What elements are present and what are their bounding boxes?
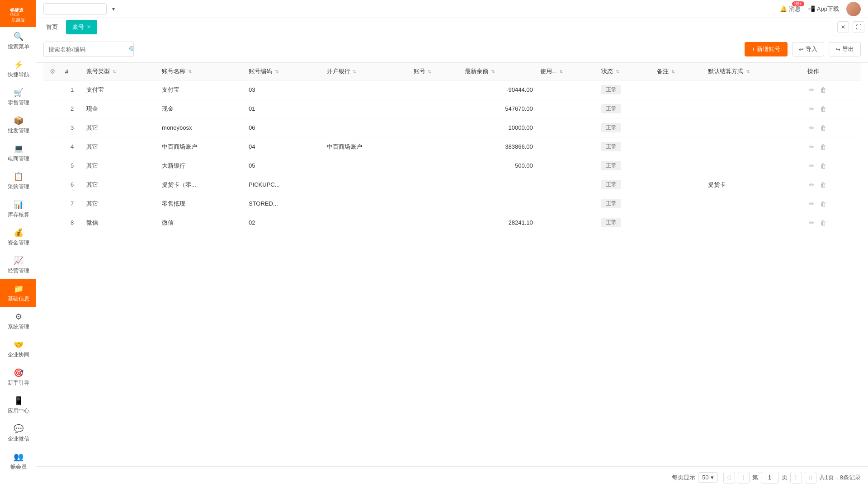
- sort-account-no-icon[interactable]: ⇅: [428, 69, 431, 74]
- column-settings-icon[interactable]: ⚙: [50, 68, 56, 75]
- sidebar-item-ecommerce[interactable]: 💻 电商管理: [0, 139, 36, 167]
- sort-balance-icon[interactable]: ⇅: [491, 69, 495, 74]
- row-edit-button[interactable]: ✏: [807, 142, 816, 151]
- row-account-no-cell: [410, 194, 462, 213]
- sort-default-settle-icon[interactable]: ⇅: [746, 69, 750, 74]
- sidebar-item-inventory[interactable]: 📊 库存核算: [0, 195, 36, 223]
- page-last-button[interactable]: ⟩⟩: [805, 472, 816, 483]
- sort-name-icon[interactable]: ⇅: [188, 69, 192, 74]
- sort-use-icon[interactable]: ⇅: [559, 69, 563, 74]
- page-prev-button[interactable]: ⟨: [738, 472, 750, 483]
- sort-remark-icon[interactable]: ⇅: [671, 69, 675, 74]
- sidebar-item-shortcut[interactable]: ⚡ 快捷导航: [0, 55, 36, 83]
- sidebar-item-member[interactable]: 👥 畅会员: [0, 447, 36, 475]
- page-number-input[interactable]: [761, 472, 779, 483]
- row-balance-cell: [461, 175, 537, 194]
- sort-status-icon[interactable]: ⇅: [616, 69, 619, 74]
- tab-home[interactable]: 首页: [40, 20, 64, 34]
- message-button[interactable]: 🔔 消息 99+: [780, 5, 801, 13]
- sidebar-item-wholesale[interactable]: 📦 批发管理: [0, 111, 36, 139]
- table-col-remark[interactable]: 备注 ⇅: [653, 63, 705, 80]
- page-toolbar: 🔍 + 新增账号 ↩ 导入 ↪ 导出: [36, 36, 868, 63]
- table-row: 3 其它 moneybosx 06 10000.00 正常 ✏ 🗑: [43, 118, 861, 137]
- table-col-status[interactable]: 状态 ⇅: [598, 63, 653, 80]
- tab-account[interactable]: 账号 ✕: [66, 20, 97, 34]
- row-delete-button[interactable]: 🗑: [818, 85, 828, 94]
- row-remark-cell: [653, 175, 705, 194]
- table-search-input[interactable]: [44, 43, 129, 56]
- tab-expand-button[interactable]: ⛶: [853, 21, 864, 33]
- row-delete-button[interactable]: 🗑: [818, 161, 828, 170]
- sidebar-item-operations[interactable]: 📈 经营管理: [0, 251, 36, 279]
- import-button[interactable]: ↩ 导入: [792, 42, 824, 56]
- row-remark-cell: [653, 118, 705, 137]
- row-delete-button[interactable]: 🗑: [818, 123, 828, 132]
- sort-code-icon[interactable]: ⇅: [275, 69, 278, 74]
- page-size-dropdown[interactable]: 50 ▾: [698, 472, 717, 483]
- row-type-cell: 其它: [83, 137, 158, 156]
- system-icon: ⚙: [15, 312, 22, 322]
- status-badge: 正常: [601, 218, 621, 227]
- row-delete-button[interactable]: 🗑: [818, 142, 828, 151]
- sidebar-item-wechat[interactable]: 💬 企业微信: [0, 419, 36, 447]
- row-settings-cell: [43, 137, 61, 156]
- sort-type-icon[interactable]: ⇅: [113, 69, 116, 74]
- sidebar-item-agreement[interactable]: 🤝 企业协同: [0, 335, 36, 363]
- table-col-use[interactable]: 使用... ⇅: [537, 63, 598, 80]
- tab-close-all-button[interactable]: ✕: [837, 21, 849, 33]
- table-col-name[interactable]: 账号名称 ⇅: [158, 63, 245, 80]
- user-avatar[interactable]: [846, 2, 861, 16]
- table-col-balance[interactable]: 最新余额 ⇅: [461, 63, 537, 80]
- table-col-type[interactable]: 账号类型 ⇅: [83, 63, 158, 80]
- table-row: 2 现金 现金 01 547670.00 正常 ✏ 🗑: [43, 99, 861, 118]
- page-size-value: 50: [702, 474, 708, 481]
- row-edit-button[interactable]: ✏: [807, 104, 816, 113]
- row-action-cell: ✏ 🗑: [804, 137, 861, 156]
- sort-bank-icon[interactable]: ⇅: [353, 69, 356, 74]
- row-edit-button[interactable]: ✏: [807, 199, 816, 208]
- sidebar-item-basic[interactable]: 📁 基础信息: [0, 279, 36, 307]
- row-action-cell: ✏ 🗑: [804, 80, 861, 99]
- global-search-input[interactable]: [43, 3, 107, 15]
- row-edit-button[interactable]: ✏: [807, 123, 816, 132]
- row-status-cell: 正常: [598, 118, 653, 137]
- row-edit-button[interactable]: ✏: [807, 161, 816, 170]
- row-edit-button[interactable]: ✏: [807, 180, 816, 189]
- tab-home-label: 首页: [46, 23, 58, 31]
- table-col-code[interactable]: 账号编码 ⇅: [245, 63, 323, 80]
- status-badge: 正常: [601, 104, 621, 113]
- sidebar-item-purchase[interactable]: 📋 采购管理: [0, 167, 36, 195]
- sidebar-item-search[interactable]: 🔍 搜索菜单: [0, 27, 36, 55]
- page-next-button[interactable]: ⟩: [790, 472, 802, 483]
- row-delete-button[interactable]: 🗑: [818, 199, 828, 208]
- tab-bar: 首页 账号 ✕ ✕ ⛶: [36, 18, 868, 36]
- table-col-default-settle[interactable]: 默认结算方式 ⇅: [704, 63, 804, 80]
- sidebar-item-system[interactable]: ⚙ 系统管理: [0, 307, 36, 335]
- sidebar-item-app-center[interactable]: 📱 应用中心: [0, 391, 36, 419]
- wechat-icon: 💬: [14, 424, 24, 434]
- tab-close-button[interactable]: ✕: [87, 24, 91, 30]
- row-delete-button[interactable]: 🗑: [818, 180, 828, 189]
- page-first-button[interactable]: ⟨⟨: [723, 472, 735, 483]
- sidebar-item-guide[interactable]: 🎯 新手引导: [0, 363, 36, 391]
- row-status-cell: 正常: [598, 80, 653, 99]
- row-delete-button[interactable]: 🗑: [818, 104, 828, 113]
- row-edit-button[interactable]: ✏: [807, 218, 816, 227]
- add-account-button[interactable]: + 新增账号: [745, 42, 788, 56]
- table-header: ⚙ # 账号类型 ⇅ 账号名称 ⇅: [43, 63, 861, 80]
- sidebar-item-retail[interactable]: 🛒 零售管理: [0, 83, 36, 111]
- table-search-button[interactable]: 🔍: [129, 42, 134, 56]
- table-col-bank[interactable]: 开户银行 ⇅: [323, 63, 410, 80]
- export-button[interactable]: ↪ 导出: [829, 42, 861, 56]
- row-delete-button[interactable]: 🗑: [818, 218, 828, 227]
- dropdown-button[interactable]: ▾: [112, 6, 115, 12]
- basic-icon: 📁: [14, 284, 24, 294]
- table-col-settings[interactable]: ⚙: [43, 63, 61, 80]
- app-download-button[interactable]: 📲 App下载: [808, 5, 839, 13]
- row-edit-button[interactable]: ✏: [807, 85, 816, 94]
- sidebar-item-finance[interactable]: 💰 资金管理: [0, 223, 36, 251]
- row-type-cell: 其它: [83, 156, 158, 175]
- table-row: 4 其它 中百商场账户 04 中百商场账户 383866.00 正常 ✏ 🗑: [43, 137, 861, 156]
- table-col-code-label: 账号编码: [249, 68, 272, 75]
- table-col-account-no[interactable]: 账号 ⇅: [410, 63, 462, 80]
